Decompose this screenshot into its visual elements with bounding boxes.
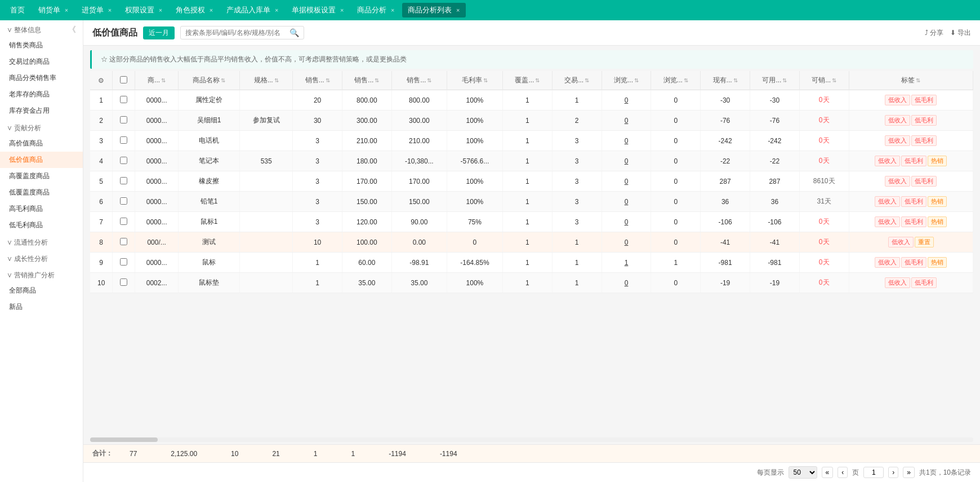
row-checkbox-4[interactable] (120, 177, 127, 184)
nav-permissions[interactable]: 权限设置 × (119, 3, 168, 17)
sidebar-item-category-sales-rate[interactable]: 商品分类销售率 (0, 70, 83, 86)
col-browse2[interactable]: 浏览...⇅ (651, 71, 701, 90)
cell-checkbox[interactable] (113, 90, 135, 110)
col-name[interactable]: 商品名称⇅ (178, 71, 239, 90)
period-button[interactable]: 近一月 (143, 26, 175, 39)
sidebar-group-marketing[interactable]: ∨ 营销推广分析 (0, 266, 83, 282)
close-analysis-icon[interactable]: × (391, 7, 394, 14)
per-page-select[interactable]: 50 100 200 (789, 466, 817, 479)
browse1-link[interactable]: 0 (625, 279, 629, 287)
sidebar-item-high-value[interactable]: 高价值商品 (0, 135, 83, 152)
collapse-overall-icon[interactable]: 《 (68, 25, 76, 35)
col-gross[interactable]: 毛利率⇅ (447, 71, 502, 90)
cell-browse1[interactable]: 0 (602, 131, 651, 151)
row-checkbox-5[interactable] (120, 197, 127, 205)
sidebar-group-circulation[interactable]: ∨ 流通性分析 (0, 233, 83, 250)
row-checkbox-9[interactable] (120, 278, 127, 286)
browse1-link[interactable]: 0 (625, 218, 629, 226)
col-cover[interactable]: 覆盖...⇅ (503, 71, 553, 90)
cell-checkbox[interactable] (113, 253, 135, 273)
browse1-link[interactable]: 0 (625, 137, 629, 145)
nav-purchase[interactable]: 进货单 × (76, 3, 117, 17)
nav-analysis-list[interactable]: 商品分析列表 × (402, 3, 465, 17)
nav-home[interactable]: 首页 (5, 3, 30, 17)
col-settings[interactable]: ⚙ (90, 71, 113, 90)
cell-checkbox[interactable] (113, 273, 135, 293)
col-code[interactable]: 商...⇅ (135, 71, 179, 90)
cell-browse1[interactable]: 1 (602, 253, 651, 273)
row-checkbox-1[interactable] (120, 116, 127, 123)
page-input[interactable] (863, 467, 884, 478)
nav-warehouse[interactable]: 产成品入库单 × (221, 3, 284, 17)
cell-checkbox[interactable] (113, 171, 135, 192)
col-s1[interactable]: 销售...⇅ (293, 71, 342, 90)
cell-browse1[interactable]: 0 (602, 151, 651, 171)
sidebar-item-all-products[interactable]: 全部商品 (0, 282, 83, 299)
row-checkbox-8[interactable] (120, 258, 127, 266)
close-template-icon[interactable]: × (340, 7, 344, 14)
col-spec[interactable]: 规格...⇅ (240, 71, 293, 90)
cell-checkbox[interactable] (113, 110, 135, 131)
browse1-link[interactable]: 0 (625, 117, 629, 125)
prev-page-button[interactable]: ‹ (838, 467, 848, 478)
browse1-link[interactable]: 0 (625, 178, 629, 185)
cell-browse1[interactable]: 0 (602, 273, 651, 293)
cell-checkbox[interactable] (113, 232, 135, 253)
nav-roles[interactable]: 角色授权 × (170, 3, 219, 17)
col-stock1[interactable]: 现有...⇅ (701, 71, 750, 90)
scrollbar-track[interactable] (90, 437, 973, 442)
sidebar-item-low-coverage[interactable]: 低覆盖度商品 (0, 184, 83, 201)
row-checkbox-3[interactable] (120, 157, 127, 164)
close-warehouse-icon[interactable]: × (275, 7, 278, 14)
next-page-button[interactable]: › (888, 467, 898, 478)
sidebar-group-growth[interactable]: ∨ 成长性分析 (0, 250, 83, 266)
col-stock3[interactable]: 可销...⇅ (799, 71, 849, 90)
browse1-link[interactable]: 0 (625, 198, 629, 206)
sidebar-item-new-products[interactable]: 新品 (0, 299, 83, 315)
first-page-button[interactable]: « (822, 467, 834, 478)
browse1-link[interactable]: 0 (625, 157, 629, 165)
cell-browse1[interactable]: 0 (602, 110, 651, 131)
sidebar-group-contribution[interactable]: ∨ 贡献分析 (0, 119, 83, 135)
search-input[interactable] (185, 29, 287, 37)
cell-browse1[interactable]: 0 (602, 171, 651, 192)
browse1-link[interactable]: 0 (625, 96, 629, 104)
col-checkbox[interactable] (113, 71, 135, 90)
row-checkbox-2[interactable] (120, 136, 127, 144)
close-analysis-list-icon[interactable]: × (456, 7, 460, 14)
scrollbar-thumb[interactable] (90, 437, 158, 442)
col-tags[interactable]: 标签⇅ (849, 71, 973, 90)
close-sales-icon[interactable]: × (65, 7, 68, 14)
col-stock2[interactable]: 可用...⇅ (750, 71, 800, 90)
cell-browse1[interactable]: 0 (602, 212, 651, 232)
browse1-link[interactable]: 1 (625, 259, 629, 267)
row-checkbox-7[interactable] (120, 238, 127, 245)
sidebar-item-high-coverage[interactable]: 高覆盖度商品 (0, 168, 83, 184)
export-button[interactable]: ⬇ 导出 (950, 28, 971, 38)
row-checkbox-0[interactable] (120, 96, 127, 103)
last-page-button[interactable]: » (903, 467, 915, 478)
cell-browse1[interactable]: 0 (602, 90, 651, 110)
cell-browse1[interactable]: 0 (602, 192, 651, 212)
sidebar-group-overall[interactable]: ∨ 整体信息 《 (0, 20, 83, 37)
close-roles-icon[interactable]: × (210, 7, 213, 14)
browse1-link[interactable]: 0 (625, 238, 629, 246)
col-s3[interactable]: 销售...⇅ (391, 71, 447, 90)
cell-checkbox[interactable] (113, 131, 135, 151)
col-s2[interactable]: 销售...⇅ (342, 71, 391, 90)
sidebar-item-old-stock[interactable]: 老库存的商品 (0, 86, 83, 103)
cell-browse1[interactable]: 0 (602, 232, 651, 253)
sidebar-item-low-margin[interactable]: 低毛利商品 (0, 217, 83, 233)
sidebar-item-sales-products[interactable]: 销售类商品 (0, 37, 83, 54)
close-purchase-icon[interactable]: × (108, 7, 112, 14)
select-all-checkbox[interactable] (120, 76, 127, 83)
col-trade[interactable]: 交易...⇅ (552, 71, 602, 90)
sidebar-item-stock-capital[interactable]: 库存资金占用 (0, 103, 83, 119)
share-button[interactable]: ⤴ 分享 (925, 28, 943, 38)
sidebar-item-low-value[interactable]: 低价值商品 (0, 152, 83, 168)
close-permissions-icon[interactable]: × (159, 7, 162, 14)
cell-checkbox[interactable] (113, 151, 135, 171)
nav-template[interactable]: 单据模板设置 × (286, 3, 349, 17)
row-checkbox-6[interactable] (120, 218, 127, 225)
col-browse1[interactable]: 浏览...⇅ (602, 71, 651, 90)
